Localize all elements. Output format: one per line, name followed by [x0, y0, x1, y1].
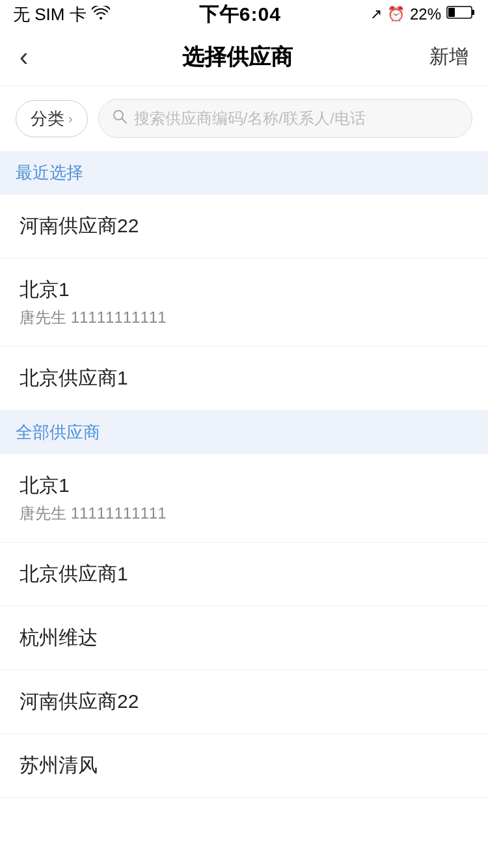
- chevron-right-icon: ›: [68, 111, 73, 126]
- all-list: 北京1 唐先生 11111111111 北京供应商1 杭州维达 河南供应商22 …: [0, 454, 488, 798]
- list-item[interactable]: 北京1 唐先生 11111111111: [0, 454, 488, 543]
- search-icon: [112, 109, 128, 129]
- item-name: 北京1: [20, 277, 468, 303]
- page-title: 选择供应商: [59, 42, 416, 72]
- status-bar: 无 SIM 卡 下午6:04 ↗ ⏰ 22%: [0, 0, 488, 29]
- status-time: 下午6:04: [199, 1, 281, 28]
- battery-icon: [446, 5, 475, 23]
- category-filter-button[interactable]: 分类 ›: [16, 100, 88, 137]
- item-name: 河南供应商22: [20, 688, 468, 715]
- search-placeholder: 搜索供应商编码/名称/联系人/电话: [134, 108, 366, 129]
- list-item[interactable]: 杭州维达: [0, 606, 488, 670]
- svg-rect-2: [448, 8, 455, 17]
- filter-bar: 分类 › 搜索供应商编码/名称/联系人/电话: [0, 86, 488, 151]
- item-name: 北京供应商1: [20, 365, 468, 392]
- all-section-label: 全部供应商: [16, 422, 100, 442]
- svg-line-4: [122, 118, 126, 123]
- location-icon: ↗: [370, 6, 382, 23]
- category-label: 分类: [31, 107, 64, 130]
- list-item[interactable]: 北京供应商1: [0, 543, 488, 606]
- nav-bar: ‹ 选择供应商 新增: [0, 29, 488, 86]
- all-section-header: 全部供应商: [0, 411, 488, 454]
- svg-rect-1: [472, 10, 474, 15]
- status-left: 无 SIM 卡: [13, 3, 110, 26]
- list-item[interactable]: 苏州清风: [0, 734, 488, 798]
- recent-list: 河南供应商22 北京1 唐先生 11111111111 北京供应商1: [0, 195, 488, 411]
- item-contact: 唐先生 11111111111: [20, 503, 468, 524]
- item-name: 杭州维达: [20, 625, 468, 651]
- item-name: 苏州清风: [20, 752, 468, 779]
- list-item[interactable]: 北京1 唐先生 11111111111: [0, 258, 488, 347]
- search-box[interactable]: 搜索供应商编码/名称/联系人/电话: [98, 99, 472, 138]
- recent-section-label: 最近选择: [16, 163, 83, 182]
- item-contact: 唐先生 11111111111: [20, 307, 468, 328]
- sim-status: 无 SIM 卡: [13, 3, 87, 26]
- item-name: 北京供应商1: [20, 561, 468, 588]
- list-item[interactable]: 北京供应商1: [0, 347, 488, 411]
- list-item[interactable]: 河南供应商22: [0, 670, 488, 734]
- battery-percent: 22%: [410, 5, 441, 23]
- item-name: 北京1: [20, 472, 468, 499]
- item-name: 河南供应商22: [20, 213, 468, 239]
- list-item[interactable]: 河南供应商22: [0, 195, 488, 258]
- back-button[interactable]: ‹: [20, 42, 59, 72]
- alarm-icon: ⏰: [387, 6, 405, 23]
- status-right: ↗ ⏰ 22%: [370, 5, 475, 23]
- wifi-icon: [92, 5, 110, 25]
- recent-section-header: 最近选择: [0, 151, 488, 195]
- add-button[interactable]: 新增: [416, 44, 468, 70]
